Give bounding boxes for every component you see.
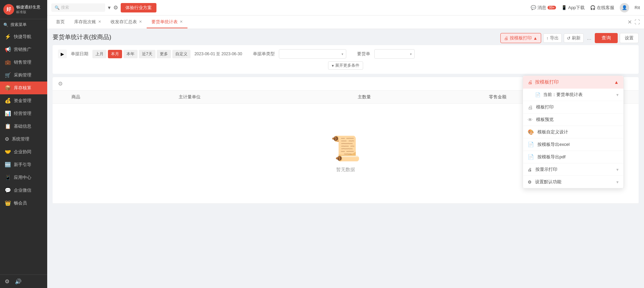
table-gear-icon[interactable]: ⚙ [58, 81, 63, 87]
dropdown-export-excel[interactable]: 📄 按模板导出excel [523, 138, 623, 151]
sidebar-item-guide[interactable]: 🆕新手引导 [0, 158, 47, 171]
maximize-btn[interactable]: ⛶ [635, 19, 640, 25]
sidebar: 好 畅捷通好生意 标准版 🔍 搜索菜单 ⚡快捷导航 📢营销推广 💼销售管理 🛒采… [0, 0, 47, 288]
dropdown-export-pdf[interactable]: 📄 按模板导出pdf [523, 151, 623, 163]
sidebar-item-member[interactable]: 👑畅会员 [0, 197, 47, 210]
dropdown-print-icon: 🖨 [528, 79, 532, 85]
date-btn-this-year[interactable]: 本年 [123, 50, 138, 58]
col-check [53, 91, 66, 104]
sidebar-item-system[interactable]: ⚙系统管理 [0, 133, 47, 146]
sidebar-item-finance[interactable]: 💰资金管理 [0, 94, 47, 107]
sidebar-item-basic[interactable]: 📋基础信息 [0, 120, 47, 133]
tab-close-order-stats[interactable]: ✕ [180, 20, 183, 24]
sidebar-item-sales[interactable]: 💼销售管理 [0, 56, 47, 69]
settings-icon[interactable]: ⚙ [5, 278, 9, 285]
export-icon: ↑ [546, 36, 549, 41]
print-dropdown: 🖨 按模板打印 ▲ 📄 当前：要货单统计表 ▾ 🖨 模板打印 👁 [523, 75, 624, 189]
tab-close-receipt-summary[interactable]: ✕ [139, 20, 142, 24]
tpl-print-icon: 🖨 [528, 104, 533, 110]
main-area: 🔍 搜索 ▾ ⚙ 体验行业方案 💬 消息 99+ 📱 App下载 🎧 在线客服 … [47, 0, 644, 288]
sidebar-item-purchase[interactable]: 🛒采购管理 [0, 69, 47, 82]
date-btn-custom[interactable]: 自定义 [172, 50, 191, 58]
date-btn-last-month[interactable]: 上月 [92, 50, 107, 58]
col-unit: 主计量单位 [173, 91, 352, 104]
sidebar-item-collab[interactable]: 🤝企业协同 [0, 146, 47, 158]
dropdown-close-btn[interactable]: ▲ [614, 79, 619, 85]
sidebar-item-apps[interactable]: 📱应用中心 [0, 171, 47, 184]
close-all-tabs-btn[interactable]: ✕ [627, 19, 632, 25]
sidebar-item-inventory[interactable]: 📦库存核算 [0, 82, 47, 94]
filter-expand-icon[interactable]: ▶ [58, 50, 67, 58]
online-service-btn[interactable]: 🎧 在线客服 [590, 5, 614, 11]
set-default-arrow: ▾ [616, 180, 619, 185]
display-print-arrow: ▾ [616, 167, 619, 172]
message-badge: 99+ [548, 6, 556, 9]
dropdown-template-custom[interactable]: 🎨 模板自定义设计 [523, 126, 623, 138]
col-product: 商品 [66, 91, 173, 104]
tab-home[interactable]: 首页 [51, 16, 69, 28]
app-download-btn[interactable]: 📱 App下载 [561, 5, 585, 11]
dropdown-template-preview[interactable]: 👁 模板预览 [523, 114, 623, 126]
tab-bar: 首页 库存批次账 ✕ 收发存汇总表 ✕ 要货单统计表 ✕ ✕ ⛶ [47, 15, 644, 29]
export-btn[interactable]: ↑ 导出 [543, 33, 562, 43]
topbar: 🔍 搜索 ▾ ⚙ 体验行业方案 💬 消息 99+ 📱 App下载 🎧 在线客服 … [47, 0, 644, 15]
set-default-icon: ⚙ [528, 180, 532, 185]
topbar-left: 🔍 搜索 ▾ ⚙ 体验行业方案 [51, 3, 531, 12]
export-excel-icon: 📄 [528, 141, 534, 148]
col-qty: 主数量 [352, 91, 484, 104]
print-icon: 🖨 [504, 36, 508, 41]
refresh-btn[interactable]: ↺ 刷新 [564, 33, 584, 43]
industry-btn[interactable]: 体验行业方案 [121, 3, 156, 12]
dropdown-set-default[interactable]: ⚙ 设置默认功能 ▾ [523, 176, 623, 188]
sidebar-item-operation[interactable]: 📊经营管理 [0, 107, 47, 120]
print-arrow-icon: ▲ [533, 36, 537, 41]
sound-icon[interactable]: 🔊 [15, 278, 22, 285]
dropdown-display-print[interactable]: 🖨 按显示打印 ▾ [523, 163, 623, 176]
tab-close-inventory-batch[interactable]: ✕ [98, 20, 101, 24]
expand-more-btn[interactable]: ▾ 展开更多条件 [328, 61, 363, 70]
sidebar-item-marketing[interactable]: 📢营销推广 [0, 43, 47, 56]
dropdown-header: 🖨 按模板打印 ▲ [523, 76, 623, 89]
avatar[interactable]: 👤 [620, 3, 629, 12]
settings-btn[interactable]: 设置 [620, 33, 639, 43]
app-name: 畅捷通好生意 标准版 [16, 5, 40, 14]
tab-order-stats[interactable]: 要货单统计表 ✕ [147, 16, 187, 28]
date-filter-label: 单据日期 [71, 51, 88, 57]
sidebar-search[interactable]: 🔍 搜索菜单 [0, 19, 47, 30]
date-nav: 上月 本月 本年 近7天 更多 自定义 [92, 50, 191, 58]
display-print-icon: 🖨 [528, 167, 532, 172]
query-btn[interactable]: 查询 [595, 33, 618, 43]
tpl-preview-icon: 👁 [528, 117, 533, 123]
topbar-gear-icon[interactable]: ▾ [108, 4, 111, 11]
print-btn[interactable]: 🖨 按模板打印 ▲ [500, 33, 541, 43]
sidebar-item-wechat[interactable]: 💬企业微信 [0, 184, 47, 197]
username: Rit [635, 5, 640, 10]
tab-inventory-batch[interactable]: 库存批次账 ✕ [69, 16, 106, 28]
extra-select[interactable]: ▾ [374, 49, 415, 59]
messages-btn[interactable]: 💬 消息 99+ [531, 5, 556, 11]
tpl-custom-icon: 🎨 [528, 129, 534, 135]
tab-receipt-summary[interactable]: 收发存汇总表 ✕ [106, 16, 147, 28]
date-btn-7days[interactable]: 近7天 [139, 50, 155, 58]
empty-text: 暂无数据 [336, 167, 355, 173]
current-doc-icon: 📄 [535, 92, 540, 97]
type-select[interactable]: ▾ [279, 49, 346, 59]
filter-row-date: ▶ 单据日期 上月 本月 本年 近7天 更多 自定义 2023-06-01 至 … [58, 49, 633, 59]
sidebar-nav: ⚡快捷导航 📢营销推广 💼销售管理 🛒采购管理 📦库存核算 💰资金管理 📊经营管… [0, 30, 47, 275]
date-btn-more[interactable]: 更多 [157, 50, 171, 58]
dropdown-header-left: 🖨 按模板打印 [528, 79, 559, 85]
topbar-settings-icon[interactable]: ⚙ [113, 4, 118, 11]
sidebar-bottom: ⚙ 🔊 [0, 275, 47, 288]
date-btn-this-month[interactable]: 本月 [108, 50, 122, 58]
dropdown-template-print[interactable]: 🖨 模板打印 [523, 101, 623, 114]
dropdown-current-item[interactable]: 📄 当前：要货单统计表 ▾ [523, 89, 623, 101]
page-content: 要货单统计表(按商品) ▶ 单据日期 上月 本月 本年 近7天 更多 自定义 2… [47, 29, 644, 288]
empty-icon: 📜 [330, 134, 361, 163]
sidebar-item-quick-nav[interactable]: ⚡快捷导航 [0, 30, 47, 43]
more-btn[interactable]: ... [586, 34, 593, 42]
filters-panel: ▶ 单据日期 上月 本月 本年 近7天 更多 自定义 2023-06-01 至 … [53, 45, 639, 74]
date-range: 2023-06-01 至 2023-06-30 [195, 51, 242, 57]
topbar-search[interactable]: 🔍 搜索 [51, 3, 105, 12]
export-pdf-icon: 📄 [528, 154, 534, 160]
type-filter-label: 单据单类型 [253, 51, 275, 57]
